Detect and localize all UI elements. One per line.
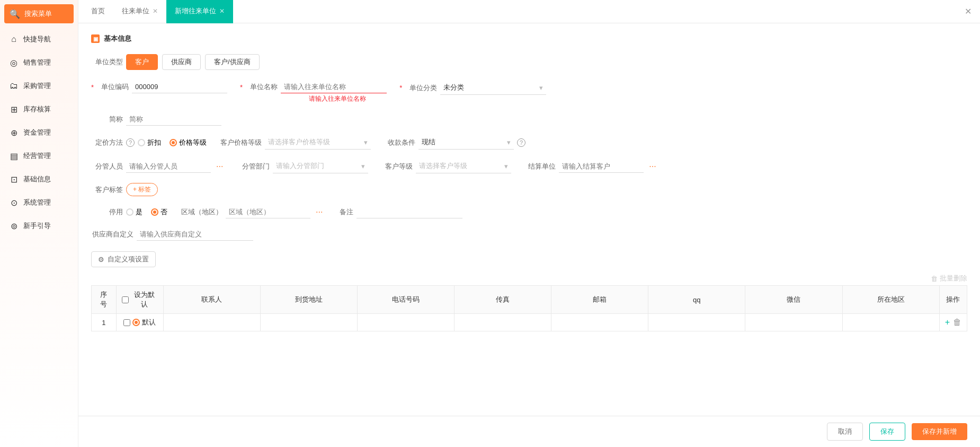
payment-terms-select[interactable]: 现结 ▾ <box>418 135 514 150</box>
cust-price-level-select[interactable]: 请选择客户价格等级 ▾ <box>265 135 371 150</box>
gear-icon: ⚙ <box>98 256 104 264</box>
chevron-down-icon: ▾ <box>539 84 543 92</box>
sidebar-search[interactable]: 🔍 搜索菜单 <box>4 4 74 23</box>
sidebar-item-system[interactable]: ⊙ 系统管理 <box>0 191 78 214</box>
tag-field: 客户标签 + 标签 <box>91 183 158 196</box>
cell-email[interactable] <box>551 314 648 331</box>
radio-discount[interactable]: 折扣 <box>138 138 161 147</box>
del-row-btn[interactable]: 🗑 <box>953 318 961 327</box>
settlement-input[interactable] <box>559 160 644 173</box>
unit-category-value: 未分类 <box>443 83 464 92</box>
abbr-field: 简称 <box>91 113 221 126</box>
cell-contact[interactable] <box>163 314 260 331</box>
region-label: 区域（地区） <box>180 207 222 217</box>
manager-label: 分管人员 <box>91 162 123 171</box>
pricing-help-icon[interactable]: ? <box>126 138 135 147</box>
address-input[interactable] <box>266 319 352 327</box>
sidebar-item-purchase[interactable]: 🗂 采购管理 <box>0 74 78 98</box>
unit-category-select[interactable]: 未分类 ▾ <box>440 81 546 95</box>
contact-input[interactable] <box>169 319 255 327</box>
tab-new-partner-close[interactable]: ✕ <box>219 7 225 15</box>
remark-field: 备注 <box>337 206 462 218</box>
add-tag-button[interactable]: + 标签 <box>126 183 158 196</box>
radio-yes[interactable]: 是 <box>126 207 142 217</box>
sidebar-item-label: 新手引导 <box>23 221 51 231</box>
email-input[interactable] <box>557 319 643 327</box>
unit-btn-both[interactable]: 客户/供应商 <box>205 54 260 70</box>
required-star: * <box>91 83 94 91</box>
custom-settings-button[interactable]: ⚙ 自定义项设置 <box>91 251 156 267</box>
batch-delete-btn[interactable]: 🗑 批量删除 <box>931 274 967 283</box>
cell-address[interactable] <box>260 314 357 331</box>
cust-level-select[interactable]: 请选择客户等级 ▾ <box>416 159 511 173</box>
save-button[interactable]: 保存 <box>869 423 905 441</box>
add-row-btn[interactable]: + <box>945 318 950 327</box>
remark-input[interactable] <box>357 206 462 218</box>
sidebar-item-ops[interactable]: ▤ 经营管理 <box>0 144 78 168</box>
cell-ops: + 🗑 <box>939 314 967 331</box>
sidebar-item-beginner[interactable]: ⊚ 新手引导 <box>0 214 78 238</box>
radio-price-level[interactable]: 价格等级 <box>170 138 207 147</box>
unit-btn-supplier[interactable]: 供应商 <box>162 54 201 70</box>
radio-no[interactable]: 否 <box>151 207 167 217</box>
wechat-input[interactable] <box>751 319 836 327</box>
tab-partner-list-close[interactable]: ✕ <box>153 7 158 15</box>
unit-code-label: 单位编码 <box>97 82 129 92</box>
region-more-btn[interactable]: ··· <box>314 207 325 217</box>
region-input[interactable] <box>226 206 310 218</box>
disabled-label: 停用 <box>91 207 123 217</box>
contacts-table: 序号 设为默认 联系人 到货地址 电话号码 传真 邮箱 qq 微信 所在地区 <box>91 285 967 331</box>
tab-partner-list[interactable]: 往来单位 ✕ <box>113 0 166 23</box>
row-default-radio[interactable]: 默认 <box>132 318 156 327</box>
tab-home[interactable]: 首页 <box>83 0 113 23</box>
phone-input[interactable] <box>363 319 449 327</box>
save-new-button[interactable]: 保存并新增 <box>912 423 967 440</box>
sidebar-item-label: 库存核算 <box>23 104 51 114</box>
unit-name-input[interactable] <box>281 81 387 93</box>
chevron-down-icon4: ▾ <box>361 162 365 170</box>
unit-type-group: 客户 供应商 客户/供应商 <box>126 54 260 70</box>
radio-discount-label: 折扣 <box>147 138 161 147</box>
row-checkbox[interactable] <box>123 319 130 326</box>
cell-qq[interactable] <box>648 314 745 331</box>
abbr-label: 简称 <box>91 115 123 124</box>
chevron-down-icon2: ▾ <box>364 138 368 146</box>
sidebar-item-basic[interactable]: ⊡ 基础信息 <box>0 168 78 191</box>
payment-help-icon[interactable]: ? <box>517 138 525 147</box>
row-region-input[interactable] <box>848 319 934 327</box>
qq-input[interactable] <box>654 319 740 327</box>
settlement-more-btn[interactable]: ··· <box>647 162 658 171</box>
abbr-input[interactable] <box>126 113 221 126</box>
window-close-button[interactable]: ✕ <box>960 6 976 16</box>
dept-select[interactable]: 请输入分管部门 ▾ <box>273 159 368 173</box>
select-all-checkbox[interactable] <box>122 296 129 303</box>
basic-icon: ⊡ <box>8 174 19 185</box>
manager-input[interactable] <box>126 160 211 173</box>
unit-code-field: * 单位编码 <box>91 81 227 93</box>
cell-fax[interactable] <box>455 314 551 331</box>
row-supplier-custom: 供应商自定义 <box>91 228 967 241</box>
sidebar-item-quick-nav[interactable]: ⌂ 快捷导航 <box>0 28 78 51</box>
section-title: 基本信息 <box>104 34 131 43</box>
sidebar-item-label: 采购管理 <box>23 81 51 91</box>
sidebar-item-finance[interactable]: ⊕ 资金管理 <box>0 121 78 144</box>
cell-phone[interactable] <box>357 314 454 331</box>
unit-btn-customer[interactable]: 客户 <box>126 54 158 70</box>
sidebar-item-inventory[interactable]: ⊞ 库存核算 <box>0 98 78 121</box>
manager-more-btn[interactable]: ··· <box>214 162 225 171</box>
row-default-radio-circle <box>132 319 140 326</box>
payment-terms-value: 现结 <box>422 137 435 147</box>
sidebar-item-sales[interactable]: ◎ 销售管理 <box>0 51 78 74</box>
cancel-button[interactable]: 取消 <box>827 423 863 441</box>
col-email: 邮箱 <box>551 286 648 314</box>
tab-partner-list-label: 往来单位 <box>122 6 149 16</box>
cell-wechat[interactable] <box>745 314 842 331</box>
unit-name-field: * 单位名称 请输入往来单位名称 <box>240 81 387 103</box>
sidebar-item-label: 基础信息 <box>23 174 51 184</box>
cust-price-level-placeholder: 请选择客户价格等级 <box>268 137 330 147</box>
fax-input[interactable] <box>460 319 546 327</box>
tab-new-partner[interactable]: 新增往来单位 ✕ <box>166 0 233 23</box>
cell-region[interactable] <box>842 314 939 331</box>
unit-code-input[interactable] <box>132 81 227 93</box>
supplier-custom-input[interactable] <box>137 228 253 241</box>
